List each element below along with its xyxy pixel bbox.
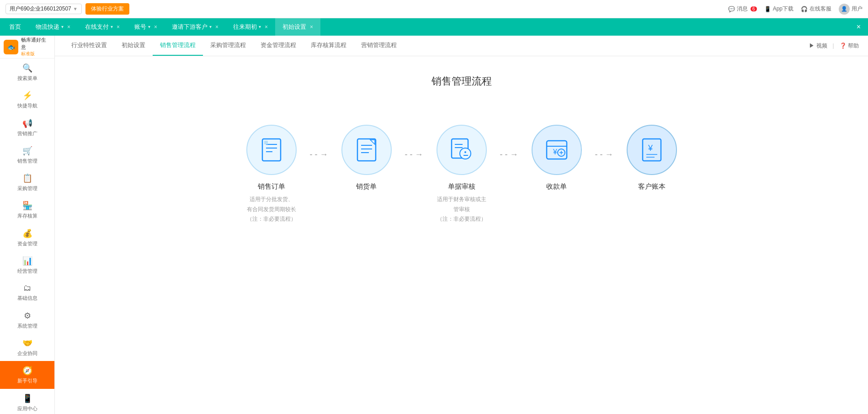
arrow-icon-1: - - →: [310, 150, 328, 159]
flow-step-3-name: 单据审核: [448, 182, 475, 191]
message-button[interactable]: 💬 消息 6: [728, 5, 757, 13]
flow-step-2-name: 销货单: [356, 182, 377, 191]
sub-tab-sales-flow-label: 销售管理流程: [160, 42, 196, 48]
sidebar-item-sales[interactable]: 🛒 销售管理: [0, 141, 54, 169]
video-button[interactable]: ▶ 视频: [809, 42, 827, 50]
sidebar-item-app-center[interactable]: 📱 应用中心: [0, 389, 54, 414]
sub-tab-industry[interactable]: 行业特性设置: [64, 36, 114, 56]
nav-tab-payment-label: 在线支付: [85, 18, 109, 36]
sidebar-item-marketing[interactable]: 📢 营销推广: [0, 114, 54, 141]
user-selector[interactable]: 用户690企业1660120507 ▼: [5, 4, 82, 14]
flow-step-audit: 单据审核 适用于财务审核或主管审核（注：非必要流程）: [425, 125, 498, 224]
guide-icon: 🧭: [22, 366, 32, 376]
download-icon: 📱: [764, 6, 771, 12]
sidebar-item-search[interactable]: 🔍 搜索菜单: [0, 58, 54, 86]
user-selector-text: 用户690企业1660120507: [10, 5, 71, 13]
nav-tab-period[interactable]: 往来期初 ▾ ×: [226, 18, 275, 36]
sidebar-item-inventory[interactable]: 🏪 库存核算: [0, 196, 54, 223]
flow-circle-4: ¥: [532, 125, 582, 175]
sub-tab-inventory-flow[interactable]: 库存核算流程: [304, 36, 354, 56]
close-icon[interactable]: ×: [67, 18, 70, 36]
sub-tab-purchase-flow[interactable]: 采购管理流程: [203, 36, 253, 56]
sidebar-item-enterprise-label: 企业协同: [17, 350, 37, 356]
sidebar-item-guide-label: 新手引导: [17, 377, 37, 384]
arrow-icon-3: - - →: [500, 150, 518, 159]
sidebar-item-basic-info[interactable]: 🗂 基础信息: [0, 279, 54, 306]
app-download-label: App下载: [773, 5, 793, 13]
close-icon[interactable]: ×: [154, 18, 157, 36]
user-button[interactable]: 👤 用户: [839, 4, 863, 15]
sidebar-item-purchase-label: 采购管理: [17, 185, 37, 191]
logo-icon: 🐟: [4, 40, 18, 54]
marketing-icon: 📢: [22, 118, 32, 128]
nav-tab-home[interactable]: 首页: [2, 18, 28, 36]
help-label: 帮助: [848, 42, 859, 49]
svg-rect-4: [264, 141, 268, 144]
svg-text:¥: ¥: [648, 143, 653, 153]
flow-circle-1: [246, 125, 297, 175]
nav-tab-account[interactable]: 账号 ▾ ×: [127, 18, 165, 36]
sub-tabs: 行业特性设置 初始设置 销售管理流程 采购管理流程 资金管理流程 库存核算流程 …: [55, 36, 868, 56]
payment-icon: ¥: [543, 136, 570, 164]
app-download-button[interactable]: 📱 App下载: [764, 5, 793, 13]
nav-tab-invite[interactable]: 邀请下游客户 ▾ ×: [165, 18, 226, 36]
sub-tab-finance-flow-label: 资金管理流程: [261, 42, 296, 48]
message-badge: 6: [751, 6, 757, 11]
flow-circle-5: ¥: [627, 125, 677, 175]
nav-tab-payment[interactable]: 在线支付 ▾ ×: [78, 18, 127, 36]
flow-step-1-name: 销售订单: [258, 182, 285, 191]
close-icon[interactable]: ×: [215, 18, 218, 36]
app-center-icon: 📱: [22, 393, 32, 403]
sub-tab-purchase-flow-label: 采购管理流程: [210, 42, 246, 48]
finance-icon: 💰: [22, 228, 32, 239]
flow-circle-2: [341, 125, 392, 175]
online-service-button[interactable]: 🎧 在线客服: [801, 5, 831, 13]
flow-diagram: 销售订单 适用于分批发货、有合同发货周期较长（注：非必要流程） - - →: [64, 116, 859, 234]
sidebar-item-basic-info-label: 基础信息: [17, 295, 37, 301]
sub-tab-marketing-flow[interactable]: 营销管理流程: [354, 36, 404, 56]
sidebar-item-operation[interactable]: 📊 经营管理: [0, 251, 54, 279]
top-bar-right: 💬 消息 6 📱 App下载 🎧 在线客服 👤 用户: [728, 4, 863, 15]
chevron-down-icon: ▾: [111, 18, 113, 36]
sub-tab-marketing-flow-label: 营销管理流程: [361, 42, 397, 48]
help-button[interactable]: ❓ 帮助: [840, 42, 859, 50]
sub-tab-init[interactable]: 初始设置: [114, 36, 153, 56]
sidebar-item-inventory-label: 库存核算: [17, 212, 37, 219]
sub-tab-finance-flow[interactable]: 资金管理流程: [253, 36, 304, 56]
sidebar-item-purchase[interactable]: 📋 采购管理: [0, 169, 54, 196]
sidebar-item-guide[interactable]: 🧭 新手引导: [0, 361, 54, 388]
nav-tab-logistics[interactable]: 物流快递 ▾ ×: [28, 18, 78, 36]
experience-button[interactable]: 体验行业方案: [85, 3, 129, 15]
close-icon[interactable]: ×: [310, 18, 313, 36]
sub-tab-init-label: 初始设置: [122, 42, 145, 48]
message-icon: 💬: [728, 6, 735, 12]
flow-content: 销售管理流程 销售订单 适用于分批发货、有合同发货周期较长（: [55, 56, 868, 414]
sidebar-item-quick-nav[interactable]: ⚡ 快捷导航: [0, 86, 54, 113]
nav-tab-init-settings[interactable]: 初始设置 ×: [275, 18, 320, 36]
sidebar-item-finance[interactable]: 💰 资金管理: [0, 224, 54, 251]
chevron-down-icon: ▾: [61, 18, 64, 36]
sidebar-item-marketing-label: 营销推广: [17, 130, 37, 137]
flow-arrow-2: - - →: [403, 150, 425, 159]
online-service-label: 在线客服: [809, 5, 831, 13]
inventory-icon: 🏪: [22, 201, 32, 211]
flow-title: 销售管理流程: [64, 74, 859, 88]
headset-icon: 🎧: [801, 6, 808, 12]
arrow-icon-4: - - →: [595, 150, 613, 159]
sales-icon: 🛒: [22, 146, 32, 156]
flow-arrow-1: - - →: [308, 150, 330, 159]
flow-step-3-desc: 适用于财务审核或主管审核（注：非必要流程）: [437, 195, 486, 224]
avatar: 👤: [839, 4, 850, 15]
sub-tab-sales-flow[interactable]: 销售管理流程: [153, 36, 203, 56]
operation-icon: 📊: [22, 256, 32, 266]
nav-tab-invite-label: 邀请下游客户: [172, 18, 208, 36]
close-icon[interactable]: ×: [265, 18, 268, 36]
sidebar-item-system[interactable]: ⚙ 系统管理: [0, 306, 54, 334]
sidebar: 🐟 畅库通好生意 标准版 🔍 搜索菜单 ⚡ 快捷导航 📢 营销推广 🛒 销售管理…: [0, 36, 55, 414]
close-all-button[interactable]: ×: [851, 23, 866, 31]
flow-circle-3: [437, 125, 487, 175]
close-icon[interactable]: ×: [117, 18, 120, 36]
top-bar: 用户690企业1660120507 ▼ 体验行业方案 💬 消息 6 📱 App下…: [0, 0, 868, 18]
sidebar-item-enterprise[interactable]: 🤝 企业协同: [0, 334, 54, 361]
nav-tabs: 首页 物流快递 ▾ × 在线支付 ▾ × 账号 ▾ × 邀请下游客户 ▾ × 往…: [0, 18, 868, 36]
